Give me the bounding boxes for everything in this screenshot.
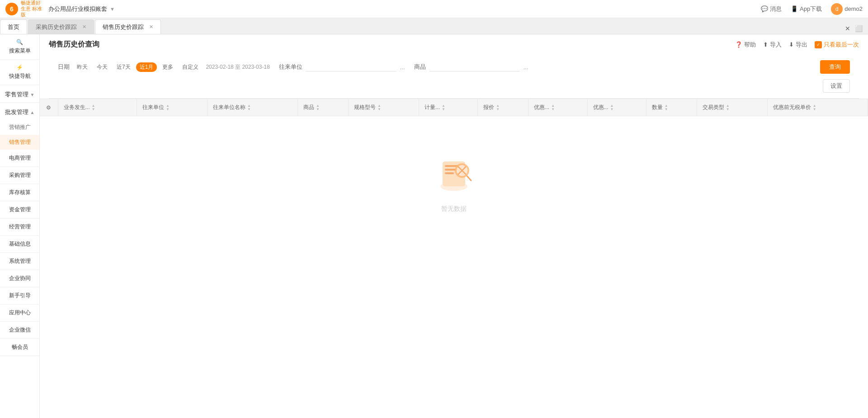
sort-icon: ▲▼ — [726, 104, 730, 111]
query-button[interactable]: 查询 — [820, 60, 850, 74]
help-icon: ❓ — [735, 41, 742, 48]
unit-label: 往来单位 — [279, 63, 302, 71]
sidebar-item-enterprise[interactable]: 企业协同 — [0, 270, 39, 287]
tab-sales-history[interactable]: 销售历史价跟踪 ✕ — [95, 19, 161, 34]
sidebar-item-wholesale[interactable]: 批发管理 ▲ — [0, 103, 39, 120]
message-btn[interactable]: 💬 消息 — [761, 5, 782, 13]
settings-button[interactable]: 设置 — [823, 79, 850, 93]
unit-dots: ... — [400, 64, 405, 71]
settings-icon: ⚙ — [46, 104, 51, 111]
export-btn[interactable]: ⬇ 导出 — [789, 41, 807, 49]
sidebar-item-sales[interactable]: 销售管理 — [0, 135, 39, 150]
close-window-btn[interactable]: ✕ — [845, 25, 850, 32]
table-container: ⚙ 业务发生... ▲▼ 往来单位 ▲▼ — [40, 99, 868, 418]
empty-state: 暂无数据 — [40, 116, 868, 249]
sidebar-item-marketing[interactable]: 营销推广 — [0, 120, 39, 135]
filter-actions: 查询 — [820, 60, 850, 74]
unit-input[interactable] — [306, 62, 396, 71]
col-unit[interactable]: 计量... ▲▼ — [419, 99, 477, 116]
nav-icon: ⚡ — [16, 64, 23, 71]
goods-input[interactable] — [429, 62, 520, 71]
col-discount1[interactable]: 优惠... ▲▼ — [528, 99, 587, 116]
last-only-toggle[interactable]: ✓ 只看最后一次 — [815, 41, 859, 49]
sidebar-item-appstore[interactable]: 应用中心 — [0, 304, 39, 322]
date-range-display: 2023-02-18 至 2023-03-18 — [206, 63, 269, 71]
message-icon: 💬 — [761, 5, 768, 12]
col-goods[interactable]: 商品 ▲▼ — [298, 99, 349, 116]
sidebar-item-quicknav[interactable]: ⚡ 快捷导航 — [0, 60, 39, 85]
sort-icon: ▲▼ — [610, 104, 614, 111]
search-icon: 🔍 — [16, 39, 23, 45]
app-download-btn[interactable]: 📱 App下载 — [791, 5, 822, 13]
filter-bar: 日期 昨天 今天 近7天 近1月 更多 自定义 2023-02-18 至 202… — [49, 55, 859, 99]
sort-icon: ▲▼ — [442, 104, 445, 111]
data-table: ⚙ 业务发生... ▲▼ 往来单位 ▲▼ — [40, 99, 868, 116]
empty-icon — [431, 152, 476, 198]
checkbox-icon: ✓ — [815, 41, 822, 48]
svg-line-9 — [467, 176, 471, 180]
col-unit-code[interactable]: 往来单位 ▲▼ — [137, 99, 207, 116]
sidebar-item-retail[interactable]: 零售管理 ▼ — [0, 85, 39, 103]
col-settings[interactable]: ⚙ — [40, 99, 58, 116]
top-header: 6 畅捷通好生意 标准版 办公用品行业模拟账套 ▼ 💬 消息 📱 App下载 d… — [0, 0, 868, 18]
sidebar-item-wechat[interactable]: 企业微信 — [0, 322, 39, 339]
col-quantity[interactable]: 数量 ▲▼ — [646, 99, 697, 116]
sidebar-item-basic-info[interactable]: 基础信息 — [0, 236, 39, 253]
date-filter-group: 日期 昨天 今天 近7天 近1月 更多 自定义 2023-02-18 至 202… — [58, 62, 270, 72]
content-area: 销售历史价查询 ❓ 帮助 ⬆ 导入 ⬇ 导出 ✓ — [40, 34, 868, 418]
sidebar-item-guide[interactable]: 新手引导 — [0, 287, 39, 304]
app-name: 办公用品行业模拟账套 — [48, 5, 107, 13]
page-title: 销售历史价查询 — [49, 40, 99, 49]
logo-icon: 6 — [5, 3, 18, 15]
app-selector[interactable]: 办公用品行业模拟账套 ▼ — [48, 5, 756, 13]
goods-dots: ... — [524, 64, 528, 71]
tab-close-sales[interactable]: ✕ — [149, 24, 153, 30]
sidebar-item-finance[interactable]: 资金管理 — [0, 201, 39, 218]
col-transaction-type[interactable]: 交易类型 ▲▼ — [697, 99, 767, 116]
sidebar-item-system[interactable]: 系统管理 — [0, 253, 39, 270]
date-option-7days[interactable]: 近7天 — [113, 62, 134, 72]
goods-filter-group: 商品 ... — [414, 62, 528, 71]
date-option-today[interactable]: 今天 — [93, 62, 111, 72]
import-btn[interactable]: ⬆ 导入 — [763, 41, 782, 49]
sidebar-item-purchase[interactable]: 采购管理 — [0, 167, 39, 184]
sort-icon: ▲▼ — [166, 104, 170, 111]
user-menu[interactable]: d demo2 — [831, 3, 863, 15]
date-option-1month[interactable]: 近1月 — [136, 62, 157, 72]
col-unit-name[interactable]: 往来单位名称 ▲▼ — [207, 99, 297, 116]
sidebar-item-search[interactable]: 🔍 搜索菜单 — [0, 34, 39, 60]
logo-area: 6 畅捷通好生意 标准版 — [5, 0, 44, 18]
sort-icon: ▲▼ — [665, 104, 668, 111]
page-actions: ❓ 帮助 ⬆ 导入 ⬇ 导出 ✓ 只看最后一次 — [735, 41, 859, 49]
col-quote[interactable]: 报价 ▲▼ — [478, 99, 528, 116]
chevron-up-icon: ▲ — [30, 110, 35, 115]
tab-purchase-history[interactable]: 采购历史价跟踪 ✕ — [28, 19, 94, 34]
col-spec[interactable]: 规格型号 ▲▼ — [348, 99, 419, 116]
date-option-more[interactable]: 更多 — [159, 62, 177, 72]
date-options: 昨天 今天 近7天 近1月 更多 自定义 — [73, 62, 202, 72]
sidebar: 🔍 搜索菜单 ⚡ 快捷导航 零售管理 ▼ 批发管理 ▲ 营销推广 销售管理 电商… — [0, 34, 40, 418]
sidebar-item-inventory[interactable]: 库存核算 — [0, 184, 39, 201]
sort-icon: ▲▼ — [247, 104, 251, 111]
sidebar-item-operations[interactable]: 经营管理 — [0, 218, 39, 236]
help-btn[interactable]: ❓ 帮助 — [735, 41, 756, 49]
tab-home[interactable]: 首页 — [0, 19, 27, 34]
svg-rect-3 — [445, 169, 456, 171]
sidebar-item-ecommerce[interactable]: 电商管理 — [0, 150, 39, 167]
maximize-window-btn[interactable]: ⬜ — [855, 25, 863, 32]
col-pre-discount-price[interactable]: 优惠前无税单价 ▲▼ — [767, 99, 868, 116]
col-business-date[interactable]: 业务发生... ▲▼ — [58, 99, 137, 116]
date-label: 日期 — [58, 63, 70, 71]
date-option-custom[interactable]: 自定义 — [179, 62, 202, 72]
chevron-down-icon: ▼ — [110, 6, 115, 12]
sort-icon: ▲▼ — [92, 104, 95, 111]
main-layout: 🔍 搜索菜单 ⚡ 快捷导航 零售管理 ▼ 批发管理 ▲ 营销推广 销售管理 电商… — [0, 34, 868, 418]
date-option-yesterday[interactable]: 昨天 — [73, 62, 91, 72]
tab-bar: 首页 采购历史价跟踪 ✕ 销售历史价跟踪 ✕ ✕ ⬜ — [0, 18, 868, 34]
logo-text: 畅捷通好生意 标准版 — [21, 0, 44, 18]
sidebar-item-membership[interactable]: 畅会员 — [0, 339, 39, 356]
unit-filter-group: 往来单位 ... — [279, 62, 405, 71]
col-discount2[interactable]: 优惠... ▲▼ — [587, 99, 646, 116]
tab-window-actions: ✕ ⬜ — [845, 25, 868, 34]
tab-close-purchase[interactable]: ✕ — [82, 24, 86, 30]
